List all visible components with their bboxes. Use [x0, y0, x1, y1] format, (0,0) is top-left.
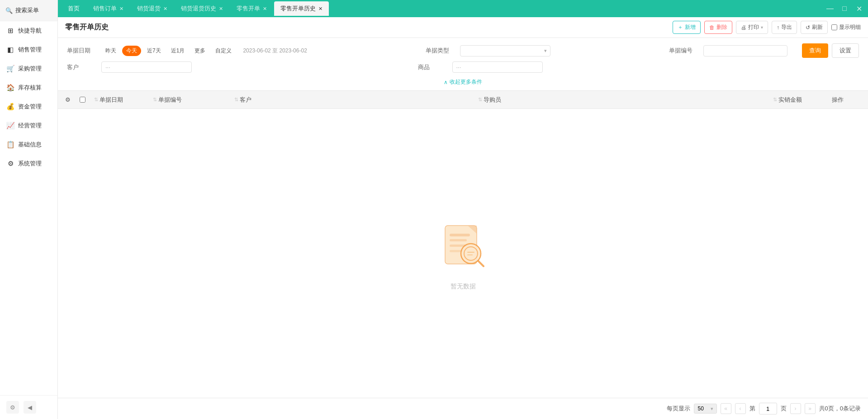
- th-checkbox[interactable]: [76, 97, 90, 103]
- content-area: ⚙ ⇅ 单据日期 ⇅ 单据编号 ⇅ 客户 ⇅ 导购员 ⇅: [58, 91, 868, 398]
- next-page-button[interactable]: ›: [790, 403, 801, 414]
- add-icon: ＋: [678, 24, 683, 31]
- tab-sales-return-history-close[interactable]: ✕: [219, 6, 223, 11]
- refresh-button[interactable]: ↺ 刷新: [801, 21, 828, 34]
- search-icon: 🔍: [5, 7, 13, 14]
- filter-row-2: 客户 ··· 商品 ···: [67, 61, 859, 73]
- collapse-label: 收起更多条件: [450, 78, 482, 86]
- filter-area: 单据日期 昨天 今天 近7天 近1月 更多 自定义 2023-06-02 至 2…: [58, 38, 868, 91]
- sidebar-item-zijin-label: 资金管理: [18, 103, 42, 111]
- total-records-label: 共0页，0条记录: [819, 405, 861, 413]
- table-header: ⚙ ⇅ 单据日期 ⇅ 单据编号 ⇅ 客户 ⇅ 导购员 ⇅: [58, 91, 868, 109]
- date-yesterday-btn[interactable]: 昨天: [101, 46, 120, 56]
- tab-retail-open[interactable]: 零售开单 ✕: [230, 1, 273, 16]
- sidebar-item-jichu[interactable]: 📋 基础信息: [0, 135, 57, 154]
- column-settings-icon: ⚙: [65, 96, 71, 103]
- sidebar-item-caigou[interactable]: 🛒 采购管理: [0, 59, 57, 78]
- next-page-icon: ›: [795, 405, 797, 412]
- date-sort-icon[interactable]: ⇅: [94, 97, 98, 103]
- th-number: ⇅ 单据编号: [149, 96, 231, 104]
- date-more-btn[interactable]: 更多: [190, 46, 209, 56]
- print-label: 打印: [748, 24, 759, 31]
- th-number-label: 单据编号: [158, 96, 182, 104]
- th-customer-label: 客户: [240, 96, 251, 104]
- type-filter-select[interactable]: [460, 45, 550, 56]
- svg-rect-1: [450, 234, 470, 236]
- show-detail-checkbox-label[interactable]: 显示明细: [831, 24, 861, 31]
- last-page-button[interactable]: »: [805, 403, 816, 414]
- goods-filter-input[interactable]: ···: [452, 61, 543, 73]
- add-button[interactable]: ＋ 新增: [673, 21, 701, 34]
- tab-sales-return-close[interactable]: ✕: [163, 6, 167, 11]
- last-page-icon: »: [808, 405, 811, 412]
- delete-button[interactable]: 🗑 删除: [704, 21, 732, 34]
- customer-filter-input[interactable]: ···: [101, 61, 192, 73]
- tab-retail-history[interactable]: 零售开单历史 ✕: [274, 1, 329, 16]
- page-number-input[interactable]: [759, 403, 777, 414]
- xiaoshou-icon: ◧: [6, 46, 14, 54]
- filter-row-1: 单据日期 昨天 今天 近7天 近1月 更多 自定义 2023-06-02 至 2…: [67, 43, 859, 58]
- th-amount: ⇅ 实销金额: [769, 96, 828, 104]
- sidebar-item-xitong[interactable]: ⚙ 系统管理: [0, 154, 57, 173]
- tab-sales-return[interactable]: 销货退货 ✕: [131, 1, 174, 16]
- guide-sort-icon[interactable]: ⇅: [478, 97, 482, 103]
- query-button[interactable]: 查询: [802, 43, 828, 58]
- type-filter-label: 单据类型: [426, 47, 453, 55]
- first-page-icon: «: [724, 405, 727, 412]
- caigou-icon: 🛒: [6, 65, 14, 73]
- kucun-icon: 🏠: [6, 84, 14, 92]
- per-page-select[interactable]: 10 20 50 100: [694, 404, 717, 414]
- tab-sales-order-close[interactable]: ✕: [119, 6, 123, 11]
- tab-home[interactable]: 首页: [62, 1, 86, 16]
- date-last7-btn[interactable]: 近7天: [143, 46, 165, 56]
- date-today-btn[interactable]: 今天: [122, 46, 141, 56]
- number-filter-label: 单据编号: [669, 47, 696, 55]
- select-all-checkbox[interactable]: [80, 97, 85, 103]
- export-button[interactable]: ↑ 导出: [772, 21, 797, 34]
- first-page-button[interactable]: «: [721, 403, 731, 414]
- close-button[interactable]: ✕: [854, 3, 864, 14]
- maximize-button[interactable]: □: [839, 3, 850, 14]
- th-amount-label: 实销金额: [778, 96, 802, 104]
- amount-sort-icon[interactable]: ⇅: [773, 97, 777, 103]
- sidebar-item-xiaoshou[interactable]: ◧ 销售管理: [0, 40, 57, 59]
- customer-sort-icon[interactable]: ⇅: [234, 97, 238, 103]
- sidebar-search-label: 搜索采单: [15, 6, 39, 14]
- th-settings[interactable]: ⚙: [62, 96, 76, 103]
- sidebar-item-jichu-label: 基础信息: [18, 141, 42, 149]
- sidebar-item-kucun[interactable]: 🏠 库存核算: [0, 78, 57, 97]
- print-chevron-icon: ▾: [761, 25, 763, 30]
- th-date-label: 单据日期: [100, 96, 123, 104]
- refresh-label: 刷新: [812, 24, 823, 31]
- number-filter-input[interactable]: [703, 45, 787, 56]
- sidebar-search[interactable]: 🔍 搜索采单: [0, 0, 57, 21]
- per-page-select-wrapper: 10 20 50 100: [694, 404, 717, 414]
- tab-sales-order[interactable]: 销售订单 ✕: [87, 1, 130, 16]
- sidebar-item-kuaijie-label: 快捷导航: [18, 27, 42, 35]
- number-sort-icon[interactable]: ⇅: [153, 97, 157, 103]
- prev-page-button[interactable]: ‹: [735, 403, 746, 414]
- sidebar-collapse-button[interactable]: ◀: [24, 401, 36, 414]
- sidebar-item-kuaijie[interactable]: ⊞ 快捷导航: [0, 21, 57, 40]
- tab-home-label: 首页: [68, 5, 80, 13]
- sidebar-item-jingying[interactable]: 📈 经营管理: [0, 116, 57, 135]
- customer-filter-label: 客户: [67, 63, 94, 71]
- tab-retail-history-close[interactable]: ✕: [318, 6, 323, 11]
- xitong-icon: ⚙: [6, 160, 14, 168]
- collapse-button[interactable]: ∧ 收起更多条件: [444, 78, 482, 86]
- minimize-button[interactable]: —: [825, 3, 835, 14]
- customer-dots: ···: [105, 64, 110, 71]
- collapse-bar[interactable]: ∧ 收起更多条件: [67, 76, 859, 87]
- show-detail-checkbox[interactable]: [831, 24, 837, 30]
- tab-retail-open-close[interactable]: ✕: [263, 6, 267, 11]
- empty-state: 暂无数据: [58, 109, 868, 398]
- print-button[interactable]: 🖨 打印 ▾: [736, 21, 768, 34]
- settings-btn2[interactable]: 设置: [832, 43, 859, 58]
- date-custom-btn[interactable]: 自定义: [211, 46, 236, 56]
- date-last-month-btn[interactable]: 近1月: [167, 46, 189, 56]
- sidebar: 🔍 搜索采单 ⊞ 快捷导航 ◧ 销售管理 🛒 采购管理 🏠 库存核算 💰 资金管…: [0, 0, 58, 419]
- tab-sales-return-history[interactable]: 销货退货历史 ✕: [175, 1, 229, 16]
- page-suffix: 页: [781, 405, 787, 413]
- sidebar-item-zijin[interactable]: 💰 资金管理: [0, 97, 57, 116]
- sidebar-settings-button[interactable]: ⚙: [6, 401, 19, 414]
